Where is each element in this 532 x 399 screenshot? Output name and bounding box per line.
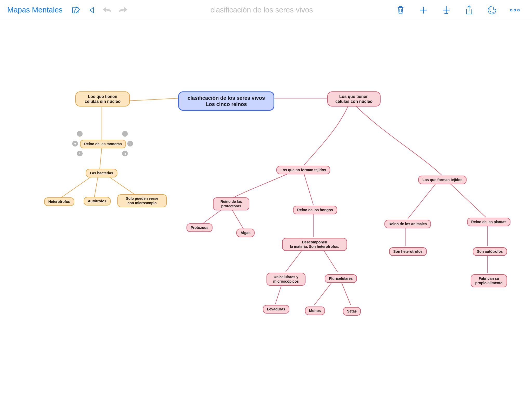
node-algas[interactable]: Algas xyxy=(236,229,255,237)
node-collapse-handle[interactable]: ▾ xyxy=(72,141,78,147)
svg-point-5 xyxy=(514,9,516,11)
node-descomponen[interactable]: Descomponen la materia. Son heterotrofos… xyxy=(282,238,347,251)
node-left-handle[interactable]: ◂ xyxy=(122,151,128,156)
node-hongos[interactable]: Reino de los hongos xyxy=(293,206,337,214)
node-heterotrofos[interactable]: Heterotrofos xyxy=(44,197,74,206)
svg-line-18 xyxy=(286,248,304,272)
svg-line-14 xyxy=(304,174,313,205)
node-bacterias[interactable]: Las bacterias xyxy=(86,169,117,177)
node-animales[interactable]: Reino de los animales xyxy=(384,220,431,228)
more-icon[interactable] xyxy=(507,2,523,18)
svg-line-16 xyxy=(231,208,244,230)
node-left-header[interactable]: Los que tienen células sin núcleo xyxy=(75,91,130,107)
node-no-tejidos[interactable]: Los que no forman tejidos xyxy=(276,166,330,174)
node-son-heterotrofos[interactable]: Son heterotrofos xyxy=(389,247,427,256)
compose-icon[interactable] xyxy=(68,2,84,18)
node-son-autotrofos[interactable]: Son autótrofos xyxy=(473,247,507,256)
node-unicelulares[interactable]: Unicelulares y microscópicos xyxy=(267,273,305,286)
node-setas[interactable]: Setas xyxy=(343,307,361,316)
node-autotrofos[interactable]: Autótrofos xyxy=(84,197,111,205)
node-protozoos[interactable]: Protozoos xyxy=(187,223,212,232)
node-menu-handle[interactable]: ··· xyxy=(77,131,83,137)
svg-line-15 xyxy=(200,208,223,225)
edge-layer xyxy=(0,20,532,399)
svg-line-7 xyxy=(129,98,179,101)
trash-icon[interactable] xyxy=(393,2,408,18)
add-node-icon[interactable] xyxy=(416,2,431,18)
node-pluricelulares[interactable]: Pluricelulares xyxy=(325,274,357,283)
svg-point-4 xyxy=(510,9,512,11)
svg-line-22 xyxy=(340,280,351,305)
share-icon[interactable] xyxy=(461,2,477,18)
node-text-handle[interactable]: T xyxy=(122,131,128,137)
play-back-icon[interactable] xyxy=(84,2,99,18)
document-title: clasificación de los seres vivos xyxy=(131,6,393,14)
redo-icon[interactable] xyxy=(115,2,131,18)
svg-point-6 xyxy=(518,9,520,11)
node-right-header[interactable]: Los que tienen células con núcleo xyxy=(327,91,381,107)
svg-line-19 xyxy=(322,248,338,272)
node-star-handle[interactable]: * xyxy=(77,151,83,156)
svg-line-23 xyxy=(408,183,436,219)
back-button[interactable]: Mapas Mentales xyxy=(7,6,63,14)
palette-icon[interactable] xyxy=(484,2,500,18)
svg-point-1 xyxy=(489,9,490,10)
svg-point-2 xyxy=(490,11,491,12)
svg-line-10 xyxy=(58,175,94,200)
undo-icon[interactable] xyxy=(99,2,115,18)
svg-point-3 xyxy=(493,12,494,13)
node-moneras[interactable]: Reino de las moneras xyxy=(80,140,126,148)
node-levaduras[interactable]: Levaduras xyxy=(263,305,289,314)
svg-line-11 xyxy=(94,175,98,199)
svg-line-21 xyxy=(314,280,334,305)
node-protectoras[interactable]: Reino de las protectoras xyxy=(213,197,249,210)
node-mohos[interactable]: Mohos xyxy=(305,307,325,315)
add-child-icon[interactable] xyxy=(438,2,454,18)
node-plantas[interactable]: Reino de las plantas xyxy=(467,218,510,226)
node-tejidos[interactable]: Los que forman tejidos xyxy=(418,176,467,184)
node-add-handle[interactable]: + xyxy=(127,141,133,147)
node-root[interactable]: clasificación de los seres vivos Los cin… xyxy=(178,91,274,111)
app-toolbar: Mapas Mentales clasificación de los sere… xyxy=(0,0,532,20)
node-microscopio[interactable]: Solo pueden verse con microscopio xyxy=(117,194,167,207)
node-fabrican[interactable]: Fabrican su propio alimento xyxy=(471,274,507,287)
svg-line-24 xyxy=(449,183,486,217)
svg-line-9 xyxy=(100,147,102,169)
